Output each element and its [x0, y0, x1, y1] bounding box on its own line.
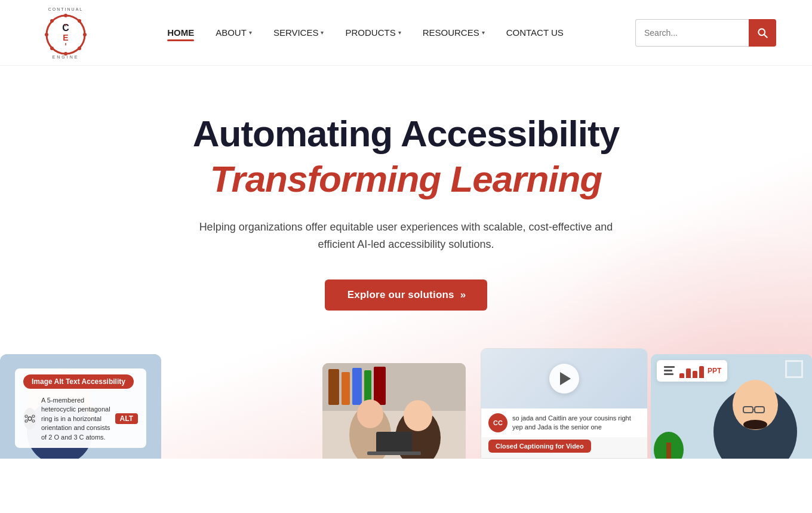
svg-point-40 — [404, 400, 432, 431]
card-alt-text: Image Alt Text Accessibility — [0, 354, 161, 459]
search-button[interactable] — [749, 19, 776, 47]
hero-title-line2: Transforming Learning — [210, 159, 602, 199]
svg-point-5 — [78, 19, 81, 23]
header: C E CONTINUAL ENGINE HOME ABOUT ▾ SERVIC… — [0, 0, 812, 66]
main-nav: HOME ABOUT ▾ SERVICES ▾ PRODUCTS ▾ RESOU… — [167, 27, 564, 38]
svg-rect-32 — [328, 369, 339, 405]
explore-solutions-button[interactable]: Explore our solutions » — [325, 279, 487, 311]
card-1-overlay: Image Alt Text Accessibility — [15, 368, 146, 448]
list-icon — [663, 364, 676, 377]
cc-avatar: CC — [488, 413, 508, 432]
svg-line-16 — [764, 34, 767, 37]
svg-line-26 — [28, 417, 29, 418]
svg-rect-51 — [666, 443, 671, 459]
search-area — [635, 19, 776, 47]
svg-rect-42 — [367, 451, 421, 455]
svg-point-4 — [45, 33, 48, 36]
molecule-icon — [23, 408, 36, 429]
logo[interactable]: C E CONTINUAL ENGINE — [36, 6, 96, 60]
svg-point-25 — [25, 420, 27, 422]
svg-point-1 — [64, 14, 67, 17]
chevron-down-icon: ▾ — [249, 29, 252, 36]
nav-item-about[interactable]: ABOUT ▾ — [216, 27, 252, 38]
svg-point-24 — [32, 420, 35, 422]
svg-point-6 — [78, 47, 81, 50]
search-input[interactable] — [635, 19, 749, 47]
svg-point-8 — [50, 47, 54, 50]
svg-point-38 — [357, 400, 383, 428]
cards-strip: Image Alt Text Accessibility — [0, 339, 812, 459]
svg-text:CONTINUAL: CONTINUAL — [48, 7, 83, 11]
svg-text:E: E — [63, 33, 68, 42]
ppt-label: PPT — [708, 367, 721, 375]
chevron-down-icon: ▾ — [482, 29, 485, 36]
chart-icon — [679, 364, 704, 378]
search-icon — [756, 27, 768, 39]
svg-rect-33 — [342, 372, 350, 405]
card-cc-video: CC so jada and Caitlin are your cousins … — [481, 348, 648, 459]
svg-line-27 — [31, 417, 32, 418]
svg-rect-36 — [374, 367, 386, 405]
card-people — [322, 363, 466, 459]
svg-point-49 — [743, 420, 767, 429]
hero-subtitle: Helping organizations offer equitable us… — [197, 219, 615, 253]
cc-badge: Closed Captioning for Video — [488, 440, 591, 453]
svg-text:ENGINE: ENGINE — [53, 55, 79, 59]
svg-point-23 — [32, 415, 35, 417]
svg-point-22 — [25, 415, 27, 417]
svg-rect-41 — [376, 432, 412, 453]
svg-rect-53 — [664, 370, 672, 371]
nav-item-resources[interactable]: RESOURCES ▾ — [423, 27, 485, 38]
play-button[interactable] — [549, 364, 579, 394]
svg-point-2 — [83, 33, 87, 36]
hero-title-line1: Automating Accessibility — [193, 113, 619, 154]
ppt-overlay: PPT — [657, 360, 727, 382]
hero-section: Automating Accessibility Transforming Le… — [0, 66, 812, 459]
svg-point-15 — [758, 29, 765, 35]
nav-item-services[interactable]: SERVICES ▾ — [273, 27, 324, 38]
nav-item-home[interactable]: HOME — [167, 27, 194, 38]
nav-item-contact[interactable]: CONTACT US — [506, 27, 564, 38]
chevron-down-icon: ▾ — [398, 29, 401, 36]
svg-rect-52 — [664, 366, 675, 368]
svg-line-29 — [28, 419, 29, 420]
card-ppt: PPT — [651, 354, 812, 459]
alt-text-badge: Image Alt Text Accessibility — [23, 374, 134, 389]
svg-rect-34 — [352, 368, 362, 405]
alt-text-description: A 5-membered heterocyclic pentagonal rin… — [41, 396, 113, 442]
play-icon — [560, 372, 571, 385]
chevron-down-icon: ▾ — [321, 29, 324, 36]
people-illustration — [322, 363, 466, 459]
logo-icon: C E CONTINUAL ENGINE — [36, 6, 96, 60]
caption-area: CC so jada and Caitlin are your cousins … — [481, 408, 647, 437]
nav-item-products[interactable]: PRODUCTS ▾ — [345, 27, 401, 38]
caption-text: so jada and Caitlin are your cousins rig… — [512, 414, 640, 432]
alt-label: ALT — [115, 413, 138, 424]
svg-point-7 — [50, 19, 54, 23]
svg-line-28 — [31, 419, 32, 420]
svg-point-21 — [28, 417, 32, 420]
svg-rect-54 — [664, 373, 673, 375]
video-thumbnail — [481, 349, 647, 408]
